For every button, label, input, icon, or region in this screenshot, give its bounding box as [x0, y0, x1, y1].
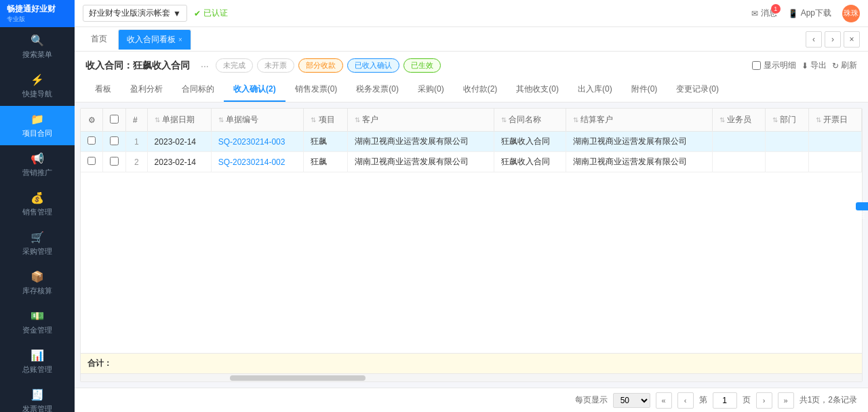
- horizontal-scrollbar[interactable]: [81, 373, 862, 381]
- sidebar-icon-3: 📢: [31, 152, 44, 165]
- inner-tabs: 看板盈利分析合同标的收入确认(2)销售发票(0)税务发票(0)采购(0)收付款(…: [85, 78, 857, 102]
- page-number-input[interactable]: [713, 392, 737, 409]
- th-date: ⇅ 单据日期: [147, 109, 211, 132]
- topbar-right: ✉ 消息 1 📱 App下载 珠珠: [751, 5, 860, 22]
- title-row: 收入合同：狂飙收入合同 ··· 未完成未开票部分收款已收入确认已生效 显示明细 …: [85, 58, 857, 73]
- refresh-button[interactable]: ↻ 刷新: [832, 60, 857, 71]
- per-page-label: 每页显示: [575, 394, 608, 406]
- inner-tab-11[interactable]: 变更记录(0): [667, 78, 728, 102]
- table-footer: 合计：: [81, 353, 862, 373]
- sidebar-icon-0: 🔍: [31, 34, 44, 47]
- status-tag-0[interactable]: 未完成: [216, 58, 253, 73]
- cell-checkbox-1[interactable]: [103, 152, 126, 172]
- close-tab-icon[interactable]: ×: [178, 36, 182, 43]
- sidebar-item-9[interactable]: 🧾发票管理: [0, 381, 75, 412]
- row-settings-1[interactable]: [87, 157, 96, 165]
- sort-icon: ⇅: [355, 116, 360, 124]
- sidebar-label-3: 营销推广: [22, 168, 52, 178]
- cell-settings[interactable]: [81, 152, 103, 172]
- order-link-1[interactable]: SQ-20230214-002: [218, 157, 285, 167]
- inner-tab-0[interactable]: 看板: [85, 78, 121, 102]
- table-wrapper[interactable]: ⚙ # ⇅ 单据日期 ⇅ 单据编号 ⇅ 项目 ⇅ 客户 ⇅ 合同名称 ⇅ 结算客…: [81, 109, 862, 353]
- table-area: ⚙ # ⇅ 单据日期 ⇅ 单据编号 ⇅ 项目 ⇅ 客户 ⇅ 合同名称 ⇅ 结算客…: [80, 108, 863, 382]
- per-page-select[interactable]: 50 100 200: [613, 393, 650, 408]
- side-note[interactable]: 注: [856, 202, 868, 210]
- cell-checkbox-0[interactable]: [103, 132, 126, 152]
- sidebar-item-4[interactable]: 💰销售管理: [0, 185, 75, 224]
- footer-total-label: 合计：: [87, 358, 112, 369]
- sidebar-item-3[interactable]: 📢营销推广: [0, 145, 75, 185]
- tab-prev-button[interactable]: ‹: [806, 31, 822, 48]
- row-settings-0[interactable]: [87, 136, 96, 145]
- show-detail-checkbox[interactable]: 显示明细: [752, 60, 796, 71]
- th-settle-customer: ⇅ 结算客户: [566, 109, 712, 132]
- message-button[interactable]: ✉ 消息 1: [751, 7, 777, 19]
- inner-tab-4[interactable]: 销售发票(0): [285, 78, 347, 102]
- message-badge: 1: [771, 4, 781, 14]
- scrollbar-thumb[interactable]: [230, 375, 366, 381]
- cell-project-1: 狂飙: [304, 152, 347, 172]
- inner-tab-8[interactable]: 其他收支(0): [507, 78, 568, 102]
- sidebar-item-7[interactable]: 💵资金管理: [0, 303, 75, 342]
- cell-num-0: 1: [126, 132, 148, 152]
- sidebar-item-5[interactable]: 🛒采购管理: [0, 224, 75, 263]
- inner-tab-6[interactable]: 采购(0): [408, 78, 454, 102]
- sort-icon: ⇅: [501, 116, 507, 124]
- th-checkbox[interactable]: [103, 109, 126, 132]
- content: 收入合同：狂飙收入合同 ··· 未完成未开票部分收款已收入确认已生效 显示明细 …: [75, 52, 868, 412]
- show-detail-input[interactable]: [752, 61, 761, 70]
- content-header: 收入合同：狂飙收入合同 ··· 未完成未开票部分收款已收入确认已生效 显示明细 …: [75, 52, 868, 102]
- inner-tab-5[interactable]: 税务发票(0): [347, 78, 408, 102]
- prev-page-button[interactable]: ‹: [677, 392, 694, 409]
- cell-settings[interactable]: [81, 132, 103, 152]
- sidebar-item-8[interactable]: 📊总账管理: [0, 342, 75, 381]
- sidebar-item-0[interactable]: 🔍搜索菜单: [0, 27, 75, 67]
- inner-tab-9[interactable]: 出入库(0): [568, 78, 622, 102]
- table-row[interactable]: 2 2023-02-14 SQ-20230214-002 狂飙 湖南卫视商业运营…: [81, 152, 862, 172]
- status-tag-1[interactable]: 未开票: [257, 58, 294, 73]
- sort-icon: ⇅: [218, 116, 224, 124]
- status-tag-2[interactable]: 部分收款: [298, 58, 343, 73]
- tab-next-button[interactable]: ›: [825, 31, 841, 48]
- next-page-button[interactable]: ›: [756, 392, 772, 409]
- sidebar-label-1: 快捷导航: [22, 89, 52, 99]
- sidebar-label-2: 项目合同: [22, 128, 52, 138]
- inner-tab-10[interactable]: 附件(0): [622, 78, 667, 102]
- th-settings[interactable]: ⚙: [81, 109, 103, 132]
- status-tag-4[interactable]: 已生效: [403, 58, 441, 73]
- inner-tab-2[interactable]: 合同标的: [172, 78, 224, 102]
- last-page-button[interactable]: »: [778, 392, 794, 409]
- home-label: 首页: [91, 33, 107, 45]
- table-header-row: ⚙ # ⇅ 单据日期 ⇅ 单据编号 ⇅ 项目 ⇅ 客户 ⇅ 合同名称 ⇅ 结算客…: [81, 109, 862, 132]
- select-all-checkbox[interactable]: [110, 115, 119, 124]
- certified-badge: ✔ 已认证: [194, 7, 228, 19]
- table-row[interactable]: 1 2023-02-14 SQ-20230214-003 狂飙 湖南卫视商业运营…: [81, 132, 862, 152]
- th-project: ⇅ 项目: [304, 109, 347, 132]
- more-button[interactable]: ···: [201, 60, 209, 71]
- row-check-0[interactable]: [110, 136, 119, 145]
- tab-active[interactable]: 收入合同看板 ×: [118, 29, 191, 50]
- sidebar-item-1[interactable]: ⚡快捷导航: [0, 67, 75, 106]
- sidebar-item-6[interactable]: 📦库存核算: [0, 263, 75, 303]
- status-tag-3[interactable]: 已收入确认: [347, 58, 399, 73]
- topbar: 好业财专业版演示帐套 ▼ ✔ 已认证 ✉ 消息 1 📱 App下载 珠珠: [75, 0, 868, 27]
- inner-tab-3[interactable]: 收入确认(2): [224, 78, 285, 102]
- export-button[interactable]: ⬇ 导出: [802, 60, 827, 71]
- inner-tab-1[interactable]: 盈利分析: [121, 78, 172, 102]
- inner-tab-7[interactable]: 收付款(2): [454, 78, 507, 102]
- user-avatar[interactable]: 珠珠: [842, 5, 860, 22]
- data-table: ⚙ # ⇅ 单据日期 ⇅ 单据编号 ⇅ 项目 ⇅ 客户 ⇅ 合同名称 ⇅ 结算客…: [81, 109, 862, 172]
- company-name: 好业财专业版演示帐套: [89, 7, 170, 19]
- pagination: 每页显示 50 100 200 « ‹ 第 页 › » 共1页，2条记录: [75, 388, 868, 412]
- tab-close-button[interactable]: ×: [844, 31, 860, 48]
- chevron-down-icon: ▼: [173, 9, 181, 18]
- app-download-button[interactable]: 📱 App下载: [788, 7, 831, 19]
- order-link-0[interactable]: SQ-20230214-003: [218, 137, 285, 147]
- sidebar: 畅捷通好业财 专业版 🔍搜索菜单⚡快捷导航📁项目合同📢营销推广💰销售管理🛒采购管…: [0, 0, 75, 412]
- tab-home[interactable]: 首页: [83, 29, 115, 49]
- sidebar-item-2[interactable]: 📁项目合同: [0, 106, 75, 145]
- first-page-button[interactable]: «: [656, 392, 672, 409]
- row-check-1[interactable]: [110, 157, 119, 166]
- sidebar-icon-7: 💵: [31, 310, 44, 322]
- company-selector[interactable]: 好业财专业版演示帐套 ▼: [83, 5, 187, 22]
